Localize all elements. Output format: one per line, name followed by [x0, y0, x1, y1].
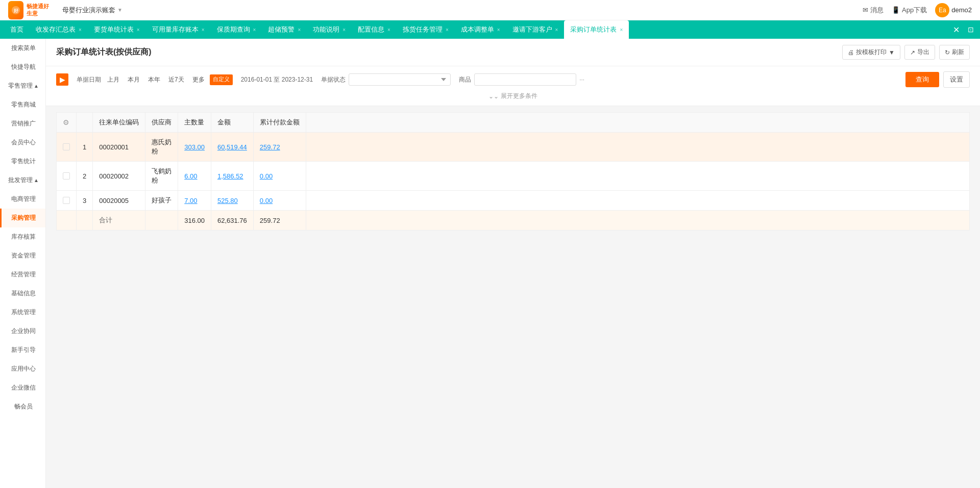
tab-window-maximize-icon[interactable]: ⊡: [966, 23, 976, 36]
tab-purchase-stats[interactable]: 要货单统计表 ×: [88, 20, 146, 39]
avatar: Ea: [935, 3, 949, 17]
footer-label-cell: 合计: [93, 211, 145, 230]
sidebar-item-enterprise-coop[interactable]: 企业协同: [0, 322, 45, 341]
tab-invite-downstream-label: 邀请下游客户: [512, 25, 552, 34]
sidebar-item-member-center[interactable]: 会员中心: [0, 133, 45, 152]
sidebar-arrow-icon: ▲: [34, 83, 39, 89]
message-btn[interactable]: ✉ 消息: [863, 6, 884, 15]
filter-goods-more-icon[interactable]: ···: [579, 76, 584, 83]
table-settings-icon[interactable]: ⚙: [63, 118, 69, 126]
sidebar-item-stock-check[interactable]: 库存核算: [0, 227, 45, 246]
tab-config-info-label: 配置信息: [358, 25, 384, 34]
row-checkbox[interactable]: [63, 143, 70, 150]
sidebar-item-basic-info[interactable]: 基础信息: [0, 284, 45, 303]
tab-close-icon[interactable]: ×: [555, 27, 558, 33]
tab-available-stock[interactable]: 可用量库存账本 ×: [146, 20, 211, 39]
filter-settings-button[interactable]: 设置: [943, 71, 970, 88]
tab-home[interactable]: 首页: [4, 20, 30, 39]
sidebar-item-finance-mgmt[interactable]: 资金管理: [0, 246, 45, 265]
filter-expand-button[interactable]: ▶: [56, 73, 68, 86]
row-checkbox-cell[interactable]: [57, 162, 77, 191]
tab-close-icon[interactable]: ×: [79, 27, 82, 33]
tab-batch-task[interactable]: 拣货任务管理 ×: [397, 20, 455, 39]
sidebar-item-ecommerce-mgmt[interactable]: 电商管理: [0, 190, 45, 209]
row-supplier: 飞鹤奶粉: [145, 162, 178, 191]
tab-close-icon[interactable]: ×: [497, 27, 500, 33]
row-quantity[interactable]: 6.00: [178, 162, 211, 191]
sidebar-item-finance-mgmt-label: 资金管理: [11, 252, 36, 259]
user-area[interactable]: Ea demo2: [935, 3, 972, 17]
row-paid-amount[interactable]: 0.00: [253, 162, 306, 191]
filter-goods-input[interactable]: [474, 73, 576, 86]
sidebar-item-system-mgmt[interactable]: 系统管理: [0, 303, 45, 322]
row-amount[interactable]: 1,586.52: [211, 162, 254, 191]
tab-close-icon[interactable]: ×: [620, 27, 623, 33]
row-quantity[interactable]: 303.00: [178, 133, 211, 162]
row-checkbox-cell[interactable]: [57, 191, 77, 211]
row-checkbox[interactable]: [63, 172, 70, 179]
sidebar-item-operation-mgmt[interactable]: 经营管理: [0, 265, 45, 284]
app-download-btn[interactable]: 📱 App下载: [892, 6, 927, 15]
row-quantity[interactable]: 7.00: [178, 191, 211, 211]
filter-last-month-btn[interactable]: 上月: [104, 74, 122, 85]
row-checkbox[interactable]: [63, 197, 70, 204]
sidebar-item-quick-nav[interactable]: 快捷导航: [0, 58, 45, 76]
row-paid-amount[interactable]: 0.00: [253, 191, 306, 211]
row-amount[interactable]: 525.80: [211, 191, 254, 211]
sidebar-item-basic-info-label: 基础信息: [11, 290, 36, 297]
tab-purchase-stats-label: 要货单统计表: [94, 25, 134, 34]
tab-purchase-order-stats[interactable]: 采购订单统计表 ×: [564, 20, 629, 39]
export-button[interactable]: ↗ 导出: [904, 45, 935, 60]
tab-expiry-query-label: 保质期查询: [217, 25, 250, 34]
sidebar-item-app-center[interactable]: 应用中心: [0, 359, 45, 378]
sidebar-item-retail-stats[interactable]: 零售统计: [0, 152, 45, 171]
tab-cost-adjust[interactable]: 成本调整单 ×: [455, 20, 506, 39]
tab-close-icon[interactable]: ×: [387, 27, 390, 33]
tab-close-icon[interactable]: ×: [137, 27, 140, 33]
row-amount[interactable]: 60,519.44: [211, 133, 254, 162]
tab-close-icon[interactable]: ×: [202, 27, 205, 33]
filter-last7-btn[interactable]: 近7天: [165, 74, 187, 85]
export-icon: ↗: [910, 49, 915, 56]
filter-status-select[interactable]: [349, 73, 451, 86]
sidebar-item-member[interactable]: 畅会员: [0, 397, 45, 416]
filter-date-label: 单据日期: [77, 75, 101, 84]
tab-invite-downstream[interactable]: 邀请下游客户 ×: [506, 20, 565, 39]
tab-close-icon[interactable]: ×: [298, 27, 301, 33]
tab-expiry-query[interactable]: 保质期查询 ×: [211, 20, 262, 39]
expand-more-label: 展开更多条件: [501, 92, 537, 100]
page-title: 采购订单统计表(按供应商): [56, 47, 152, 64]
tab-config-info[interactable]: 配置信息 ×: [352, 20, 397, 39]
message-icon: ✉: [863, 6, 868, 14]
filter-more-date-btn[interactable]: 更多: [189, 74, 208, 85]
row-paid-amount[interactable]: 259.72: [253, 133, 306, 162]
filter-custom-tag: 自定义: [210, 74, 233, 85]
sidebar-item-new-guide[interactable]: 新手引导: [0, 341, 45, 359]
sidebar-item-retail-shop[interactable]: 零售商城: [0, 95, 45, 114]
sidebar-item-marketing[interactable]: 营销推广: [0, 114, 45, 133]
sidebar-item-purchase-mgmt[interactable]: 采购管理: [0, 209, 45, 227]
refresh-button[interactable]: ↻ 刷新: [939, 45, 970, 60]
table-header-settings[interactable]: ⚙: [57, 113, 77, 133]
filter-this-month-btn[interactable]: 本月: [125, 74, 143, 85]
sidebar-item-enterprise-wechat[interactable]: 企业微信: [0, 378, 45, 397]
tab-close-icon[interactable]: ×: [342, 27, 346, 33]
expand-more-button[interactable]: ⌄⌄ 展开更多条件: [488, 92, 537, 100]
sidebar-item-wholesale-mgmt[interactable]: 批发管理 ▲: [0, 171, 45, 190]
row-index: 2: [77, 162, 93, 191]
tab-receive-summary[interactable]: 收发存汇总表 ×: [30, 20, 88, 39]
logo-icon: 好: [8, 1, 23, 19]
sidebar-item-retail-mgmt[interactable]: 零售管理 ▲: [0, 76, 45, 95]
sidebar-item-search[interactable]: 搜索菜单: [0, 39, 45, 58]
tab-overstock-alert[interactable]: 超储预警 ×: [262, 20, 307, 39]
workspace-selector[interactable]: 母婴行业演示账套 ▼: [54, 6, 863, 15]
tab-function-desc[interactable]: 功能说明 ×: [307, 20, 352, 39]
tab-window-close-icon[interactable]: ✕: [951, 23, 962, 37]
print-button[interactable]: 🖨 按模板打印 ▼: [842, 45, 900, 60]
footer-index-cell: [77, 211, 93, 230]
tab-close-icon[interactable]: ×: [446, 27, 449, 33]
tab-close-icon[interactable]: ×: [253, 27, 256, 33]
row-checkbox-cell[interactable]: [57, 133, 77, 162]
filter-this-year-btn[interactable]: 本年: [145, 74, 163, 85]
search-button[interactable]: 查询: [905, 72, 939, 87]
